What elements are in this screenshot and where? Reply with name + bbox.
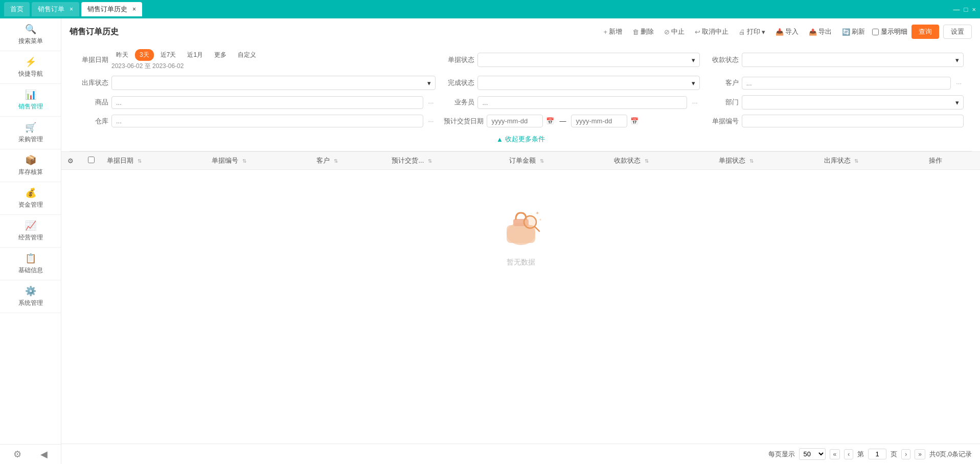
refresh-button[interactable]: 🔄 刷新 [839,25,868,38]
date-more-btn[interactable]: 更多 [210,49,231,61]
tab-sales-order-history[interactable]: 销售订单历史 × [81,2,142,16]
add-button[interactable]: + 新增 [600,25,625,38]
date-range-text: 2023-06-02 至 2023-06-02 [111,62,261,71]
prev-page-btn[interactable]: ‹ [844,449,853,459]
display-detail-input[interactable] [872,29,879,35]
warehouse-label: 仓库 [78,117,108,126]
pay-status-dropdown-icon: ▾ [955,56,959,64]
col-customer: 客户 ⇅ [310,152,385,170]
query-button[interactable]: 查询 [911,25,939,39]
calendar-start-icon[interactable]: 📅 [546,117,554,125]
bill-status-sort-icon[interactable]: ⇅ [749,158,754,164]
tab-home[interactable]: 首页 [4,2,30,16]
svg-text:✦: ✦ [539,218,542,222]
sidebar-collapse-btn[interactable]: ◀ [40,449,48,460]
salesperson-dots[interactable]: ··· [690,99,700,106]
import-button[interactable]: 📥 导入 [772,25,802,38]
customer-dots[interactable]: ··· [954,79,964,87]
department-label: 部门 [708,98,739,107]
customer-input[interactable] [742,77,951,90]
warehouse-dots[interactable]: ··· [426,117,436,125]
sidebar-item-search[interactable]: 🔍 搜索菜单 [0,18,61,51]
calendar-end-icon[interactable]: 📅 [630,117,639,125]
page-size-label: 每页显示 [768,450,795,459]
date-filter: 单据日期 昨天 3天 近7天 近1月 更多 自定义 2023-06-02 至 2… [78,49,436,71]
sidebar-settings-btn[interactable]: ⚙ [13,449,21,460]
date-1month-btn[interactable]: 近1月 [183,49,208,61]
page-size-select[interactable]: 10 20 50 100 [799,448,826,460]
sidebar-item-operation[interactable]: 📈 经营管理 [0,215,61,248]
date-sort-icon[interactable]: ⇅ [138,158,142,164]
sidebar-item-sales[interactable]: 📊 销售管理 [0,84,61,117]
date-yesterday-btn[interactable]: 昨天 [111,49,133,61]
amount-sort-icon[interactable]: ⇅ [540,158,544,164]
expected-date-end[interactable] [571,115,627,127]
out-status-sort-icon[interactable]: ⇅ [854,158,858,164]
department-select[interactable]: ▾ [742,95,964,109]
stop-button[interactable]: ⊘ 中止 [661,25,688,38]
tab-sales-order-history-close[interactable]: × [132,6,136,13]
tab-sales-order[interactable]: 销售订单 × [32,2,79,16]
cancel-stop-button[interactable]: ↩ 取消中止 [692,25,732,38]
salesperson-input[interactable] [477,96,687,109]
product-dots[interactable]: ··· [426,99,436,106]
window-min-btn[interactable]: — [953,6,960,13]
col-checkbox[interactable] [82,152,101,170]
export-button[interactable]: 📤 导出 [806,25,835,38]
expected-date-sort-icon[interactable]: ⇅ [428,158,432,164]
sidebar-item-base[interactable]: 📋 基础信息 [0,248,61,280]
display-detail-checkbox[interactable]: 显示明细 [872,27,907,36]
collapse-icon: ▲ [496,136,503,143]
complete-status-select[interactable]: ▾ [477,76,699,90]
date-3days-btn[interactable]: 3天 [135,49,154,61]
sidebar-item-system[interactable]: ⚙️ 系统管理 [0,280,61,313]
pay-status-select[interactable]: ▾ [742,53,964,67]
select-all-checkbox[interactable] [88,157,95,163]
order-no-input[interactable] [742,115,964,127]
print-icon: 🖨 [739,28,745,36]
top-bar: 首页 销售订单 × 销售订单历史 × — □ × [0,0,980,18]
print-button[interactable]: 🖨 打印 ▾ [736,25,768,38]
department-filter: 部门 ▾ [708,95,964,109]
page-number-input[interactable] [868,449,886,459]
warehouse-input[interactable] [111,115,423,127]
date-custom-btn[interactable]: 自定义 [233,49,261,61]
window-close-btn[interactable]: × [972,6,976,13]
sidebar-item-finance[interactable]: 💰 资金管理 [0,182,61,215]
print-dropdown-icon: ▾ [762,28,765,36]
product-input[interactable] [111,96,423,109]
window-max-btn[interactable]: □ [964,6,968,13]
pay-status-sort-icon[interactable]: ⇅ [645,158,649,164]
out-status-select[interactable]: ▾ [111,76,436,90]
search-icon: 🔍 [25,24,36,35]
col-amount: 订单金额 ⇅ [503,152,608,170]
table-footer: 每页显示 10 20 50 100 « ‹ 第 页 › » 共0页,0条记录 [61,444,980,464]
sidebar-item-purchase[interactable]: 🛒 采购管理 [0,117,61,149]
status-select[interactable]: ▾ [477,53,699,67]
tab-sales-order-close[interactable]: × [70,6,73,13]
expected-date-start[interactable] [487,115,543,127]
sidebar-item-inventory[interactable]: 📦 库存核算 [0,149,61,182]
pay-status-label: 收款状态 [708,55,739,64]
next-page-btn[interactable]: › [901,449,910,459]
col-settings[interactable]: ⚙ [61,152,82,170]
sidebar-item-quick-nav[interactable]: ⚡ 快捷导航 [0,51,61,84]
settings-button[interactable]: 设置 [943,25,972,39]
last-page-btn[interactable]: » [915,449,925,459]
filter-row-2: 出库状态 ▾ 完成状态 ▾ 客户 [78,76,964,90]
out-status-dropdown-icon: ▾ [427,79,431,87]
delete-button[interactable]: 🗑 删除 [629,25,657,38]
status-filter: 单据状态 ▾ [444,53,699,67]
date-7days-btn[interactable]: 近7天 [156,49,181,61]
window-controls: — □ × [953,6,976,13]
no-sort-icon[interactable]: ⇅ [242,158,246,164]
collapse-filter-btn[interactable]: ▲ 收起更多条件 [78,132,964,146]
cancel-stop-icon: ↩ [695,28,700,36]
purchase-icon: 🛒 [25,122,36,133]
first-page-btn[interactable]: « [830,449,840,459]
main-layout: 🔍 搜索菜单 ⚡ 快捷导航 📊 销售管理 🛒 采购管理 📦 库存核算 💰 资金管… [0,18,980,464]
col-no: 单据编号 ⇅ [206,152,310,170]
pay-status-filter: 收款状态 ▾ [708,53,964,67]
customer-sort-icon[interactable]: ⇅ [334,158,338,164]
warehouse-filter: 仓库 ··· [78,115,436,127]
